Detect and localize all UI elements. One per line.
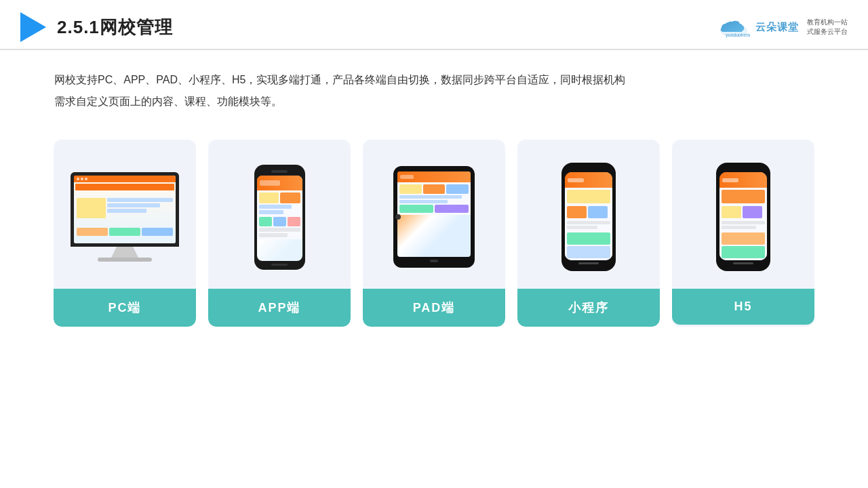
card-h5: H5 xyxy=(672,140,814,327)
pc-monitor-icon xyxy=(71,172,179,262)
pc-device-area xyxy=(54,140,196,289)
h5-phone-icon xyxy=(716,163,770,271)
logo-triangle-icon xyxy=(20,12,46,42)
miniapp-device-area xyxy=(517,140,660,289)
pc-card-label: PC端 xyxy=(54,289,196,327)
page-title: 2.5.1网校管理 xyxy=(57,16,173,39)
brand-text-block: 云朵课堂 xyxy=(755,21,799,34)
h5-card-label: H5 xyxy=(672,289,814,325)
h5-device-area xyxy=(672,140,814,289)
app-card-label: APP端 xyxy=(208,289,351,327)
cloud-icon: yunduoketang.com xyxy=(717,16,750,39)
app-device-area xyxy=(208,140,351,289)
brand-logo: yunduoketang.com xyxy=(717,16,750,39)
header-right: yunduoketang.com 云朵课堂 教育机构一站 式服务云平台 xyxy=(717,16,848,39)
description-text: 网校支持PC、APP、PAD、小程序、H5，实现多端打通，产品各终端自由切换，数… xyxy=(54,74,625,107)
card-pad: PAD端 xyxy=(363,140,505,327)
brand-name: 云朵课堂 xyxy=(755,21,799,34)
pad-device-area xyxy=(363,140,505,289)
miniapp-phone-icon xyxy=(561,163,616,271)
miniapp-card-label: 小程序 xyxy=(517,289,660,327)
brand-slogan: 教育机构一站 式服务云平台 xyxy=(807,18,848,37)
card-app: APP端 xyxy=(208,140,351,327)
card-pc: PC端 xyxy=(54,140,196,327)
header: 2.5.1网校管理 yunduoketang.com 云朵课堂 教育机构一站 式… xyxy=(0,0,868,50)
svg-text:yunduoketang.com: yunduoketang.com xyxy=(726,33,750,38)
card-miniapp: 小程序 xyxy=(517,140,660,327)
pad-card-label: PAD端 xyxy=(363,289,505,327)
cards-container: PC端 xyxy=(0,119,868,340)
description: 网校支持PC、APP、PAD、小程序、H5，实现多端打通，产品各终端自由切换，数… xyxy=(0,50,868,119)
header-left: 2.5.1网校管理 xyxy=(20,12,173,42)
app-phone-icon xyxy=(254,165,305,270)
tablet-icon xyxy=(393,166,475,268)
